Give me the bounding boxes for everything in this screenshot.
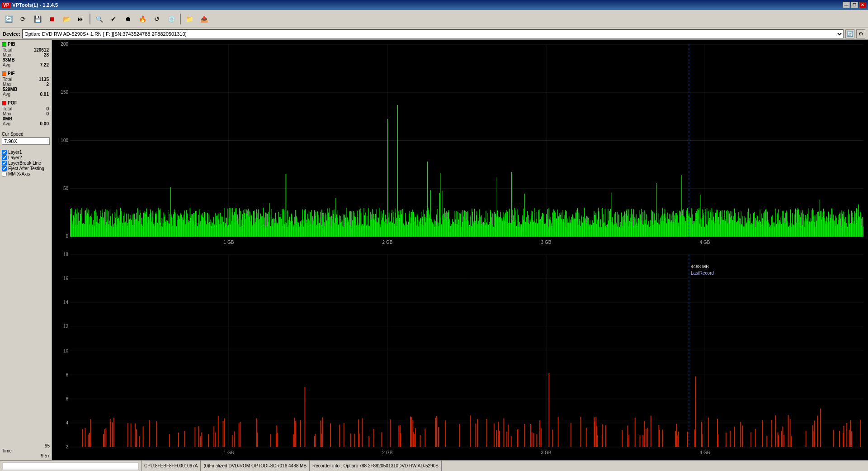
layer2-checkbox-item: Layer2 <box>2 155 50 160</box>
toolbar-btn-disc[interactable]: 💿 <box>165 12 178 26</box>
status-finalized: (0)Finalized DVD-ROM OPTODI-SCR016 4488 … <box>201 461 310 471</box>
main-content: PIB Total 120612 Max 28 93MB Avg 7.22 PI… <box>0 40 868 460</box>
toolbar: 🔄 ⟳ 💾 ⏹ 📂 ⏭ 🔍 ✔ ⏺ 🔥 ↺ 💿 📁 📤 <box>0 10 868 28</box>
mmx-checkbox[interactable] <box>2 171 7 176</box>
pib-avg-label: Avg <box>3 62 10 67</box>
bottom-chart-canvas <box>52 250 868 461</box>
pif-header: PIF <box>2 71 50 76</box>
pof-section: POF Total 0 Max 0 0MB Avg 0.00 <box>2 100 50 126</box>
pib-total-row: Total 120612 <box>2 48 50 52</box>
pif-size-value: 529MB <box>3 87 17 92</box>
toolbar-btn-stop[interactable]: ⏹ <box>45 12 59 26</box>
layer1-label: Layer1 <box>8 150 22 155</box>
toolbar-btn-skip[interactable]: ⏭ <box>74 12 88 26</box>
pof-avg-row: Avg 0.00 <box>2 121 50 126</box>
pif-avg-row: Avg 0.01 <box>2 92 50 97</box>
pif-color-indicator <box>2 71 6 76</box>
checkboxes-section: Layer1 Layer2 LayerBreak Line Eject Afte… <box>2 149 50 177</box>
pof-header: POF <box>2 100 50 105</box>
curspeed-section: Cur Speed 7.98X <box>2 132 50 145</box>
pif-avg-label: Avg <box>3 92 10 97</box>
curspeed-label: Cur Speed <box>2 132 50 137</box>
pof-max-label: Max <box>3 111 11 116</box>
toolbar-btn-2[interactable]: ⟳ <box>16 12 30 26</box>
pof-label: POF <box>8 100 17 105</box>
pib-total-value: 120612 <box>34 48 49 52</box>
pof-size-value: 0MB <box>3 116 12 121</box>
status-recorder: Recorder info : Optiarc 788 2F8820501310… <box>310 461 442 471</box>
device-settings-button[interactable]: ⚙ <box>856 29 865 38</box>
pif-max-value: 2 <box>46 82 49 87</box>
titlebar-left: VP VPTools(L) - 1.2.4.5 <box>2 2 58 8</box>
pof-max-row: Max 0 <box>2 111 50 116</box>
pof-size-row: 0MB <box>2 116 50 121</box>
status-input-segment <box>0 461 142 471</box>
pof-avg-value: 0.00 <box>40 121 49 126</box>
pif-section: PIF Total 1135 Max 2 529MB Avg 0.01 <box>2 71 50 97</box>
pif-label: PIF <box>8 71 15 76</box>
devicebar: Device: Optiarc DVD RW AD-5290S+ 1.RN [ … <box>0 28 868 40</box>
bottom-stats: 95 Time 9:57 <box>2 440 50 458</box>
eject-checkbox-item: Eject After Testing <box>2 166 50 171</box>
app-title: VPTools(L) - 1.2.4.5 <box>12 2 58 8</box>
layerbreak-checkbox-item: LayerBreak Line <box>2 161 50 166</box>
toolbar-btn-scan[interactable]: 🔍 <box>92 12 106 26</box>
pib-avg-row: Avg 7.22 <box>2 62 50 67</box>
eject-checkbox[interactable] <box>2 166 7 171</box>
top-chart <box>52 40 868 250</box>
layerbreak-label: LayerBreak Line <box>8 161 41 166</box>
device-refresh-button[interactable]: 🔄 <box>845 29 854 38</box>
toolbar-btn-export[interactable]: 📤 <box>197 12 211 26</box>
pof-total-row: Total 0 <box>2 106 50 111</box>
toolbar-btn-1[interactable]: 🔄 <box>2 12 15 26</box>
pif-total-label: Total <box>3 77 12 82</box>
statusbar: CPU:8FEBF8FF0001067A (0)Finalized DVD-RO… <box>0 460 868 471</box>
layer2-label: Layer2 <box>8 155 22 160</box>
charts-area <box>52 40 868 460</box>
pof-avg-label: Avg <box>3 121 10 126</box>
top-chart-canvas <box>52 40 868 250</box>
bottom-chart <box>52 250 868 461</box>
toolbar-btn-folder[interactable]: 📁 <box>183 12 196 26</box>
curspeed-value: 7.98X <box>2 138 50 145</box>
close-button[interactable]: ✕ <box>859 2 866 8</box>
status-cpu: CPU:8FEBF8FF0001067A <box>142 461 201 471</box>
sidebar: PIB Total 120612 Max 28 93MB Avg 7.22 PI… <box>0 40 52 460</box>
app-icon: VP <box>2 2 10 8</box>
pof-total-value: 0 <box>46 106 49 111</box>
pib-max-value: 28 <box>44 52 49 57</box>
pif-total-row: Total 1135 <box>2 77 50 82</box>
layer1-checkbox-item: Layer1 <box>2 150 50 155</box>
mmx-checkbox-item: MM X-Axis <box>2 171 50 176</box>
pif-max-label: Max <box>3 82 11 87</box>
toolbar-btn-open[interactable]: 📂 <box>60 12 73 26</box>
time-value: 9:57 <box>2 453 50 458</box>
number-value: 95 <box>2 443 50 448</box>
device-label: Device: <box>3 31 20 37</box>
toolbar-separator-2 <box>180 14 181 24</box>
restore-button[interactable]: ❐ <box>851 2 858 8</box>
pib-max-row: Max 28 <box>2 52 50 57</box>
pif-max-row: Max 2 <box>2 82 50 87</box>
pof-total-label: Total <box>3 106 12 111</box>
toolbar-btn-rip[interactable]: ⏺ <box>121 12 135 26</box>
layerbreak-checkbox[interactable] <box>2 161 7 166</box>
pib-max-label: Max <box>3 52 11 57</box>
layer1-checkbox[interactable] <box>2 150 7 155</box>
minimize-button[interactable]: — <box>843 2 850 8</box>
pib-size-value: 93MB <box>3 57 15 62</box>
pib-label: PIB <box>8 42 15 47</box>
toolbar-btn-save[interactable]: 💾 <box>31 12 44 26</box>
toolbar-btn-burn[interactable]: 🔥 <box>136 12 149 26</box>
toolbar-separator-1 <box>90 14 90 24</box>
pib-avg-value: 7.22 <box>40 62 49 67</box>
layer2-checkbox[interactable] <box>2 155 7 160</box>
pif-size-row: 529MB <box>2 87 50 92</box>
pib-total-label: Total <box>3 48 12 52</box>
pif-avg-value: 0.01 <box>40 92 49 97</box>
toolbar-btn-refresh[interactable]: ↺ <box>150 12 164 26</box>
status-input[interactable] <box>3 462 138 470</box>
device-select[interactable]: Optiarc DVD RW AD-5290S+ 1.RN [ F: ][SN:… <box>22 29 844 38</box>
titlebar: VP VPTools(L) - 1.2.4.5 — ❐ ✕ <box>0 0 868 10</box>
toolbar-btn-check[interactable]: ✔ <box>107 12 120 26</box>
